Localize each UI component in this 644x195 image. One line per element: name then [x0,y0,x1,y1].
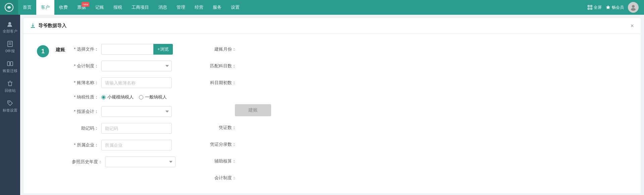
build-label-col: 建账 [56,44,65,58]
nav-bookkeeping[interactable]: 记账 [91,0,109,15]
nav-tax[interactable]: 报税 [109,0,127,15]
panel-title-text: 导爷数据导入 [38,23,66,29]
sidebar-item-tags[interactable]: 标签设置 [0,97,20,116]
subject-initial-label: 科目期初数： [206,80,236,86]
ledger-name-row: * 账簿名称： [72,77,186,88]
accounting-system-row: * 会计制度： [72,61,186,71]
voucher-entries-value [239,139,289,150]
nav-fees[interactable]: 收费 [54,0,72,15]
panel-title: 导爷数据导入 [30,23,66,29]
ledger-name-input[interactable] [101,77,172,88]
voucher-entries-label: 凭证分录数： [206,141,236,147]
voucher-count-label: 凭证数： [206,125,236,131]
tax-small-label: 小规模纳税人 [107,94,134,100]
svg-rect-4 [591,8,592,9]
svg-marker-5 [606,5,610,9]
nav-operations[interactable]: 经营 [190,0,208,15]
form-body: 1 建账 * 选择文件： +浏览 [23,34,641,193]
auxiliary-label: 辅助核算： [206,158,236,164]
new-badge: new [82,2,89,7]
svg-rect-1 [588,5,589,7]
nav-right-area: 全屏 畅会员 [588,2,644,13]
top-navigation: 首页 客户 收费 票据 new 记账 报税 工商项目 消息 管理 经营 服务 设… [0,0,644,15]
sidebar: 全部客户 0申报 账套迁移 回收站 标签设置 [0,15,20,195]
svg-rect-12 [10,62,13,66]
sidebar-item-migrate[interactable]: 账套迁移 [0,58,20,76]
accounting-system-info-row: 会计制度： [206,173,300,183]
main-content: 导爷数据导入 × 1 建账 * 选择文件： [20,15,644,195]
tax-small-scale[interactable]: 小规模纳税人 [101,94,134,100]
tax-type-label: * 纳税性质： [72,94,99,100]
logo [0,0,18,15]
nav-clients[interactable]: 客户 [36,0,54,15]
file-row: * 选择文件： +浏览 [72,44,186,55]
auxiliary-row: 辅助核算： [206,156,300,167]
accounting-system-info-value [239,173,289,183]
memo-input[interactable] [101,123,172,134]
svg-rect-3 [588,8,589,9]
sidebar-item-trash[interactable]: 回收站 [0,77,20,96]
browse-button[interactable]: +浏览 [153,44,173,55]
auxiliary-value [239,156,289,167]
sidebar-label-declare: 0申报 [5,49,15,54]
accountant-label: * 指派会计： [72,109,99,115]
match-subjects-value [239,61,289,71]
build-month-value [239,44,289,55]
fullscreen-label: 全屏 [594,5,602,10]
fullscreen-button[interactable]: 全屏 [588,5,602,10]
svg-rect-8 [8,41,12,47]
file-input-group: +浏览 [101,44,173,55]
ledger-name-label: * 账簿名称： [72,80,99,86]
accountant-row: * 指派会计： [72,106,186,117]
sidebar-label-migrate: 账套迁移 [3,68,17,73]
accounting-system-label: * 会计制度： [72,63,99,69]
build-btn-row: 建账 [206,101,300,116]
form-left: 1 建账 * 选择文件： +浏览 [37,44,186,183]
sidebar-item-declare[interactable]: 0申报 [0,38,20,56]
tax-general[interactable]: 一般纳税人 [139,94,167,100]
vip-button[interactable]: 畅会员 [606,5,624,10]
vip-label: 畅会员 [612,5,624,10]
sidebar-label-trash: 回收站 [5,88,16,93]
voucher-entries-row: 凭证分录数： [206,139,300,150]
subject-initial-value [239,77,289,88]
match-subjects-label: 匹配科目数： [206,63,236,69]
company-row: * 所属企业： [72,140,186,150]
nav-services[interactable]: 服务 [208,0,226,15]
ref-year-select[interactable] [105,156,176,167]
panel-header: 导爷数据导入 × [23,18,641,34]
step-badge: 1 [37,45,49,57]
svg-rect-2 [591,5,592,7]
nav-tickets[interactable]: 票据 new [72,0,91,15]
nav-menu: 首页 客户 收费 票据 new 记账 报税 工商项目 消息 管理 经营 服务 设… [18,0,588,15]
build-label-text: 建账 [56,44,65,56]
main-layout: 全部客户 0申报 账套迁移 回收站 标签设置 导爷数据导入 × [0,15,644,195]
svg-point-14 [9,102,10,103]
file-text-input[interactable] [101,44,153,55]
nav-messages[interactable]: 消息 [154,0,172,15]
build-month-label: 建账月份： [206,46,236,52]
form-right: 建账月份： 匹配科目数： 科目期初数： 建账 凭证 [206,44,300,183]
close-button[interactable]: × [630,23,634,29]
sidebar-item-all-clients[interactable]: 全部客户 [0,18,20,37]
file-label: * 选择文件： [72,46,99,52]
company-input[interactable] [101,140,172,150]
sidebar-label-tags: 标签设置 [3,108,17,113]
ref-year-label: 参照历史年度： [72,159,102,165]
import-panel: 导爷数据导入 × 1 建账 * 选择文件： [23,18,641,193]
nav-manage[interactable]: 管理 [172,0,190,15]
svg-point-7 [631,8,636,11]
accounting-system-select[interactable] [101,61,172,71]
match-subjects-row: 匹配科目数： [206,61,300,71]
build-month-row: 建账月份： [206,44,300,55]
tax-small-radio[interactable] [101,95,106,100]
form-section: * 选择文件： +浏览 * 会计制度： [72,44,186,167]
nav-settings[interactable]: 设置 [226,0,244,15]
company-label: * 所属企业： [72,142,99,148]
accountant-select[interactable] [101,106,172,117]
nav-home[interactable]: 首页 [18,0,36,15]
nav-business[interactable]: 工商项目 [127,0,154,15]
tax-general-radio[interactable] [139,95,143,100]
avatar[interactable] [628,2,639,13]
sidebar-label-all-clients: 全部客户 [3,29,17,34]
